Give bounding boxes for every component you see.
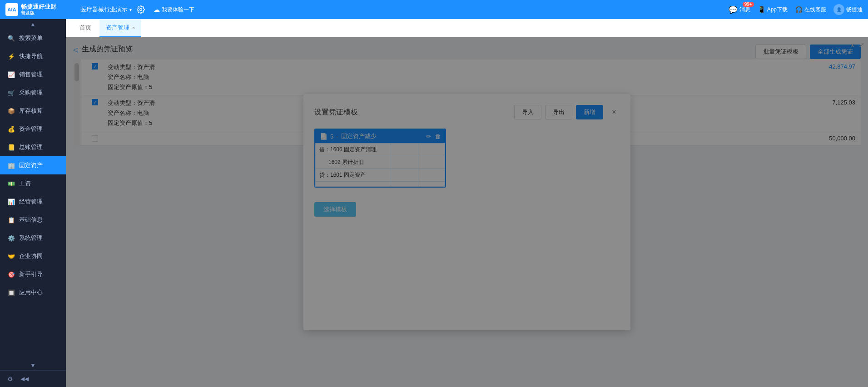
content-area: 首页 资产管理 × ◁ 生成的凭证预览 批量凭证模板: [66, 19, 868, 387]
sidebar-item-system[interactable]: ⚙️ 系统管理: [0, 229, 66, 247]
logo-main: 畅捷通好业财: [21, 3, 56, 10]
sidebar-item-ledger[interactable]: 📒 总账管理: [0, 138, 66, 156]
sidebar-item-inventory[interactable]: 📦 库存核算: [0, 102, 66, 120]
app-center-icon: 🔲: [7, 288, 15, 297]
sidebar-item-purchase[interactable]: 🛒 采购管理: [0, 84, 66, 102]
sidebar-item-label: 搜索菜单: [19, 34, 43, 42]
sidebar-scroll: 🔍 搜索菜单 ⚡ 快捷导航 📈 销售管理 🛒 采购管理 📦 库存核算: [0, 29, 66, 360]
sidebar-scroll-down[interactable]: ▼: [0, 360, 66, 370]
close-window-button[interactable]: ×: [850, 41, 855, 50]
sidebar-item-label: 系统管理: [19, 234, 43, 242]
user-name: 畅捷通: [846, 6, 863, 14]
maximize-window-button[interactable]: ⤢: [858, 41, 864, 50]
app-logo: AtA 畅捷通好业财 普及版: [5, 3, 71, 16]
top-bar-right: 💬 消息 99+ 📱 App下载 🎧 在线客服 👤 畅捷通: [729, 4, 863, 15]
app-download-action[interactable]: 📱 App下载: [758, 6, 788, 14]
operations-icon: 📊: [7, 198, 15, 206]
sidebar-item-label: 资金管理: [19, 125, 43, 133]
logo-icon: AtA: [5, 3, 18, 16]
sidebar-item-label: 固定资产: [19, 161, 43, 169]
avatar: 👤: [833, 4, 844, 15]
sidebar-item-label: 经营管理: [19, 198, 43, 206]
sidebar-settings-icon[interactable]: ⚙: [7, 375, 13, 382]
sidebar-item-quick-nav[interactable]: ⚡ 快捷导航: [0, 47, 66, 65]
sidebar-scroll-up[interactable]: ▲: [0, 19, 66, 29]
sidebar-item-app-center[interactable]: 🔲 应用中心: [0, 283, 66, 302]
purchase-icon: 🛒: [7, 89, 15, 97]
sidebar-item-sales[interactable]: 📈 销售管理: [0, 65, 66, 84]
tab-close-icon[interactable]: ×: [132, 25, 135, 30]
page-content: ◁ 生成的凭证预览 批量凭证模板 全部生成凭证: [66, 37, 868, 387]
top-bar-center: 医疗器械行业演示 ▾ ☁ 我要体验一下: [71, 3, 729, 16]
overlay: [66, 37, 868, 387]
sidebar-item-label: 采购管理: [19, 89, 43, 97]
company-name: 医疗器械行业演示: [80, 5, 128, 14]
capital-icon: 💰: [7, 125, 15, 133]
sidebar-item-enterprise[interactable]: 🤝 企业协同: [0, 247, 66, 265]
payroll-icon: 💵: [7, 179, 15, 188]
tab-asset-mgmt-label: 资产管理: [106, 24, 129, 32]
chevron-down-icon: ▾: [129, 7, 132, 12]
fixed-assets-icon: 🏢: [7, 161, 15, 169]
guide-icon: 🎯: [7, 270, 15, 278]
sidebar-item-label: 应用中心: [19, 288, 43, 297]
sidebar-item-fixed-assets[interactable]: 🏢 固定资产: [0, 156, 66, 174]
logo-text: 畅捷通好业财 普及版: [21, 3, 56, 16]
ledger-icon: 📒: [7, 143, 15, 151]
modal-backdrop: 设置凭证模板 导入 导出 新增 ×: [66, 37, 868, 387]
search-icon: 🔍: [7, 34, 15, 42]
logo-icon-text: AtA: [7, 7, 16, 12]
tab-home-label: 首页: [79, 24, 91, 32]
sidebar-collapse-icon[interactable]: ◀◀: [20, 376, 29, 382]
sidebar-item-basic-info[interactable]: 📋 基础信息: [0, 211, 66, 229]
company-selector[interactable]: 医疗器械行业演示 ▾: [80, 5, 132, 14]
user-action[interactable]: 👤 畅捷通: [833, 4, 863, 15]
window-controls: × ⤢: [850, 41, 864, 50]
sidebar-item-payroll[interactable]: 💵 工资: [0, 174, 66, 193]
svg-point-0: [140, 9, 142, 11]
sidebar-item-operations[interactable]: 📊 经营管理: [0, 193, 66, 211]
sidebar-item-label: 总账管理: [19, 143, 43, 151]
tab-asset-mgmt[interactable]: 资产管理 ×: [99, 19, 141, 37]
messages-label: 消息: [739, 6, 750, 14]
sidebar-item-label: 工资: [19, 179, 31, 188]
sidebar-item-capital[interactable]: 💰 资金管理: [0, 120, 66, 138]
system-icon: ⚙️: [7, 234, 15, 242]
sidebar-item-label: 快捷导航: [19, 52, 43, 60]
messages-action[interactable]: 💬 消息 99+: [729, 5, 750, 14]
quick-nav-icon: ⚡: [7, 52, 15, 60]
experience-label: 我要体验一下: [162, 6, 194, 14]
logo-sub: 普及版: [21, 10, 56, 16]
app-download-label: App下载: [767, 6, 788, 14]
tab-bar: 首页 资产管理 ×: [66, 19, 868, 37]
sidebar-bottom: ⚙ ◀◀: [0, 370, 66, 387]
experience-button[interactable]: ☁ 我要体验一下: [150, 6, 198, 14]
sidebar-item-label: 基础信息: [19, 216, 43, 224]
online-service-action[interactable]: 🎧 在线客服: [795, 6, 826, 14]
tab-home[interactable]: 首页: [73, 19, 98, 37]
sales-icon: 📈: [7, 70, 15, 79]
sidebar-item-guide[interactable]: 🎯 新手引导: [0, 265, 66, 283]
online-service-label: 在线客服: [804, 6, 826, 14]
sidebar-item-search[interactable]: 🔍 搜索菜单: [0, 29, 66, 47]
sidebar-item-label: 库存核算: [19, 107, 43, 115]
sidebar-item-label: 新手引导: [19, 270, 43, 278]
enterprise-icon: 🤝: [7, 252, 15, 260]
sidebar-item-label: 企业协同: [19, 252, 43, 260]
top-bar: AtA 畅捷通好业财 普及版 医疗器械行业演示 ▾ ☁ 我要体验一下 💬: [0, 0, 868, 19]
sidebar: ▲ 🔍 搜索菜单 ⚡ 快捷导航 📈 销售管理 🛒 采购管理: [0, 19, 66, 387]
settings-icon[interactable]: [134, 3, 147, 16]
basic-info-icon: 📋: [7, 216, 15, 224]
inventory-icon: 📦: [7, 107, 15, 115]
messages-badge: 99+: [743, 2, 754, 7]
sidebar-item-label: 销售管理: [19, 70, 43, 79]
